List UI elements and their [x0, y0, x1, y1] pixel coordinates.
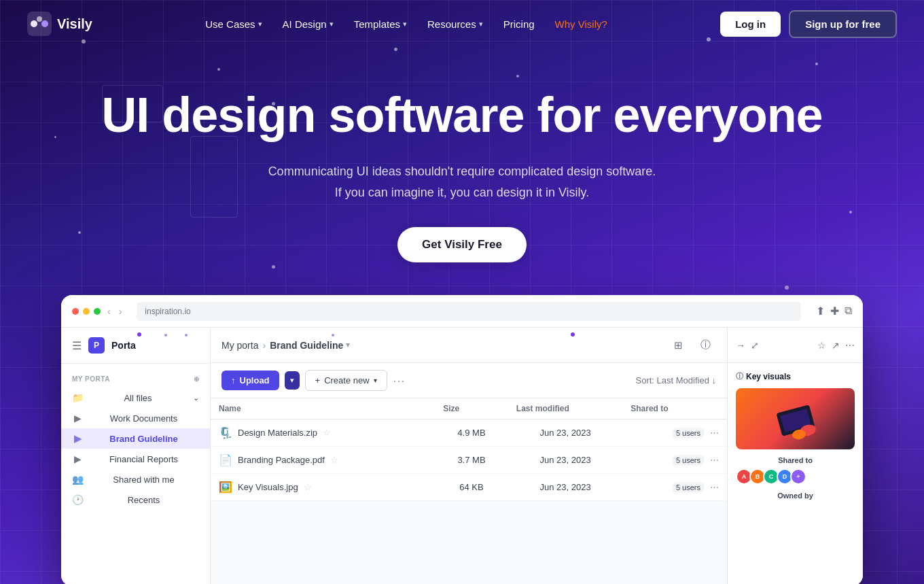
navigation: Visily Use Cases ▾ AI Design ▾ Templates…: [0, 0, 924, 48]
create-new-button[interactable]: + Create new ▾: [305, 370, 387, 391]
sidebar-header: ☰ P Porta: [61, 328, 210, 364]
chevron-down-icon: ▾: [403, 20, 407, 29]
table-row: 📄 Branding Package.pdf ☆ 3.7 MB Jun 23, …: [211, 447, 727, 474]
login-button[interactable]: Log in: [720, 12, 781, 37]
file-modified-cell: Jun 23, 2023: [508, 474, 622, 501]
chevron-down-icon: ▾: [479, 20, 483, 29]
nav-item-ai-design[interactable]: AI Design ▾: [274, 14, 342, 34]
sidebar-brand: Porta: [111, 340, 136, 351]
avatar-row: A B C D +: [736, 468, 855, 485]
share-icon: ⬆: [816, 305, 825, 317]
grid-view-icon[interactable]: ⊞: [667, 334, 689, 356]
nav-item-why-visily[interactable]: Why Visily?: [547, 14, 616, 34]
chrome-close-dot: [72, 308, 79, 315]
sidebar-item-recents[interactable]: 🕐 Recents: [61, 489, 210, 510]
star-icon[interactable]: ☆: [330, 455, 338, 465]
chrome-dots: [72, 308, 101, 315]
nav-item-use-cases[interactable]: Use Cases ▾: [197, 14, 270, 34]
nav-item-resources[interactable]: Resources ▾: [419, 14, 491, 34]
file-size-cell: 4.9 MB: [435, 419, 508, 447]
sort-label[interactable]: Sort: Last Modified ↓: [636, 375, 717, 385]
share-panel-icon[interactable]: ↗: [832, 340, 840, 351]
file-shared-cell: 5 users ⋯: [630, 428, 719, 439]
file-size-cell: 64 KB: [435, 474, 508, 501]
svg-point-1: [31, 20, 37, 27]
chrome-minimize-dot: [83, 308, 90, 315]
col-shared: Shared to: [622, 398, 727, 419]
folder-icon: 📁: [72, 392, 83, 403]
chevron-down-icon: ▾: [258, 20, 262, 29]
table-row: 🗜️ Design Materials.zip ☆ 4.9 MB Jun 23,…: [211, 419, 727, 447]
sidebar-item-financial-reports[interactable]: ▶ Financial Reports: [61, 449, 210, 469]
file-table: Name Size Last modified Shared to: [211, 398, 727, 501]
arrow-right-icon: →: [736, 340, 745, 351]
more-panel-icon[interactable]: ⋯: [845, 340, 855, 351]
hero-title: UI design software for everyone: [101, 88, 822, 142]
upload-dropdown-button[interactable]: ▾: [285, 371, 300, 390]
signup-button[interactable]: Sign up for free: [789, 10, 897, 38]
col-modified: Last modified: [508, 398, 622, 419]
app-chrome-bar: ‹› inspiration.io ⬆ ✚ ⧉: [61, 295, 863, 328]
address-bar: inspiration.io: [137, 302, 801, 321]
info-small-icon: ⓘ: [736, 371, 743, 381]
users-count: 5 users: [672, 455, 705, 466]
row-more-icon[interactable]: ⋯: [710, 455, 719, 465]
breadcrumb-arrow: ›: [262, 340, 266, 351]
star-panel-icon[interactable]: ☆: [817, 340, 826, 351]
chevron-down-icon: ▾: [330, 20, 334, 29]
nav-actions: Log in Sign up for free: [720, 10, 897, 38]
logo[interactable]: Visily: [27, 12, 92, 36]
doc-icon: ▶: [72, 413, 83, 424]
file-img-icon: 🖼️: [219, 481, 232, 494]
panel-section-title: ⓘ Key visuals: [736, 371, 855, 381]
hamburger-icon: ☰: [72, 339, 82, 352]
row-more-icon[interactable]: ⋯: [710, 482, 719, 492]
sidebar-item-shared[interactable]: 👥 Shared with me: [61, 469, 210, 489]
sidebar-section-my-porta: MY PORTA ⊕: [61, 371, 210, 388]
sidebar-menu: MY PORTA ⊕ 📁 All files ⌄ ▶ Work Document…: [61, 364, 210, 584]
upload-button[interactable]: ↑ Upload: [221, 371, 279, 390]
panel-content: ⓘ Key visuals: [728, 363, 863, 512]
file-modified-cell: Jun 23, 2023: [508, 447, 622, 474]
chevron-down-icon: ▾: [346, 341, 350, 349]
star-icon[interactable]: ☆: [323, 428, 331, 438]
row-more-icon[interactable]: ⋯: [710, 428, 719, 438]
cta-button[interactable]: Get Visily Free: [397, 227, 527, 262]
nav-item-pricing[interactable]: Pricing: [495, 14, 543, 34]
star-icon[interactable]: ☆: [304, 482, 312, 492]
more-icon[interactable]: ⋯: [393, 373, 405, 388]
add-tab-icon: ✚: [830, 305, 839, 317]
file-pdf-icon: 📄: [219, 453, 232, 466]
upload-icon: ↑: [231, 375, 236, 385]
panel-toolbar: → ⤢ ☆ ↗ ⋯: [728, 328, 863, 363]
chrome-maximize-dot: [94, 308, 101, 315]
nav-item-templates[interactable]: Templates ▾: [346, 14, 415, 34]
info-icon[interactable]: ⓘ: [694, 334, 716, 356]
chrome-action-icons: ⬆ ✚ ⧉: [816, 305, 852, 317]
hero-content: UI design software for everyone Communic…: [0, 0, 924, 584]
file-shared-cell: 5 users ⋯: [630, 455, 719, 466]
expand-icon: ⤢: [751, 340, 759, 351]
file-name-cell: 🖼️ Key Visuals.jpg ☆: [219, 481, 427, 494]
sidebar-logo-icon: P: [88, 337, 105, 354]
doc-icon: ▶: [72, 453, 83, 464]
sidebar-item-all-files[interactable]: 📁 All files ⌄: [61, 388, 210, 408]
expand-icon: ⊕: [194, 375, 200, 383]
main-toolbar: My porta › Brand Guideline ▾ ⊞ ⓘ: [211, 328, 727, 363]
doc-active-icon: ▶: [72, 433, 83, 444]
avatar-plus[interactable]: +: [790, 468, 806, 485]
users-count: 5 users: [672, 428, 705, 439]
file-modified-cell: Jun 23, 2023: [508, 419, 622, 447]
app-inner: ☰ P Porta MY PORTA ⊕ 📁 All files ⌄: [61, 328, 863, 584]
breadcrumb: My porta › Brand Guideline ▾: [221, 340, 350, 351]
chevron-down-icon: ▾: [374, 377, 377, 384]
owned-by-label: Owned by: [736, 492, 855, 500]
svg-point-3: [37, 16, 42, 22]
chevron-icon: ⌄: [193, 394, 199, 402]
sidebar-item-brand-guideline[interactable]: ▶ Brand Guideline: [61, 428, 210, 449]
file-list: Name Size Last modified Shared to: [211, 398, 727, 584]
action-bar: ↑ Upload ▾ + Create new ▾ ⋯ Sort: Last M…: [211, 363, 727, 398]
app-screenshot: ‹› inspiration.io ⬆ ✚ ⧉ ☰ P: [61, 295, 863, 584]
sidebar-item-work-docs[interactable]: ▶ Work Documents: [61, 408, 210, 428]
col-name: Name: [211, 398, 435, 419]
